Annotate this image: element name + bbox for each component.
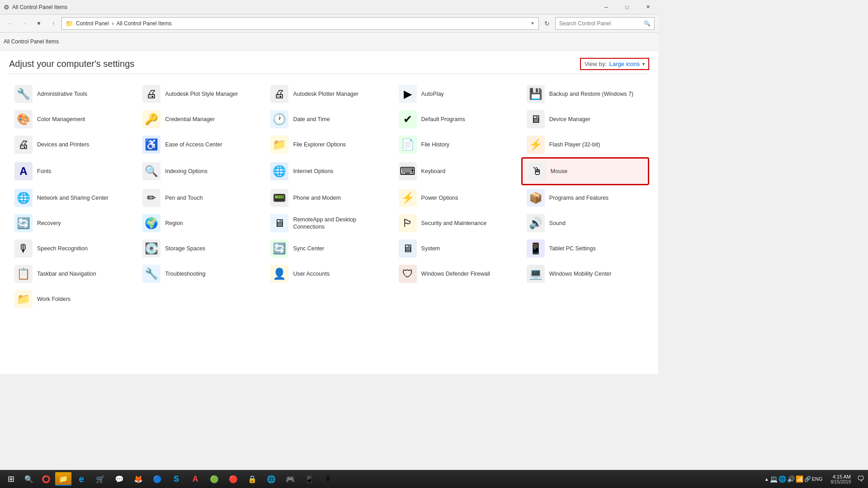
sync-center-label: Sync Center <box>293 245 324 252</box>
pen-touch-icon: ✏ <box>142 189 160 207</box>
control-item-troubleshooting[interactable]: 🔧 Troubleshooting <box>137 261 265 286</box>
view-by-selector[interactable]: View by: Large icons ▾ <box>580 58 649 70</box>
page-heading: Adjust your computer's settings <box>9 59 134 69</box>
color-management-icon: 🎨 <box>14 110 33 128</box>
device-manager-icon: 🖥 <box>527 110 545 128</box>
view-by-arrow-icon: ▾ <box>642 61 645 66</box>
autoplay-label: AutoPlay <box>421 90 444 98</box>
programs-features-label: Programs and Features <box>549 194 609 202</box>
control-item-autodesk-plot-style[interactable]: 🖨 Autodesk Plot Style Manager <box>137 81 265 107</box>
keyboard-icon: ⌨ <box>399 162 417 180</box>
control-item-file-history[interactable]: 📄 File History <box>393 132 521 157</box>
ease-of-access-icon: ♿ <box>142 136 160 154</box>
control-item-flash-player[interactable]: ⚡ Flash Player (32-bit) <box>521 132 649 157</box>
tablet-pc-icon: 📱 <box>527 239 545 258</box>
recent-button[interactable]: ▼ <box>33 17 45 30</box>
control-item-security-maintenance[interactable]: 🏳 Security and Maintenance <box>393 211 521 236</box>
mouse-icon: 🖱 <box>528 162 546 180</box>
control-item-file-explorer-options[interactable]: 📁 File Explorer Options <box>265 132 393 157</box>
control-item-region[interactable]: 🌍 Region <box>137 211 265 236</box>
control-item-pen-touch[interactable]: ✏ Pen and Touch <box>137 185 265 211</box>
refresh-button[interactable]: ↻ <box>541 17 553 30</box>
sound-icon: 🔊 <box>527 214 545 232</box>
control-item-autodesk-plotter[interactable]: 🖨 Autodesk Plotter Manager <box>265 81 393 107</box>
flash-player-icon: ⚡ <box>527 136 545 154</box>
recovery-label: Recovery <box>37 220 61 227</box>
autodesk-plot-style-icon: 🖨 <box>142 85 160 103</box>
credential-manager-label: Credential Manager <box>165 116 215 123</box>
control-item-autoplay[interactable]: ▶ AutoPlay <box>393 81 521 107</box>
control-item-power-options[interactable]: ⚡ Power Options <box>393 185 521 211</box>
minimize-button[interactable]: ─ <box>596 0 617 14</box>
network-sharing-label: Network and Sharing Center <box>37 194 108 202</box>
device-manager-label: Device Manager <box>549 116 590 123</box>
administrative-tools-label: Administrative Tools <box>37 90 87 98</box>
up-button[interactable]: ↑ <box>47 17 60 30</box>
windows-defender-label: Windows Defender Firewall <box>421 270 490 277</box>
remoteapp-icon: 🖥 <box>270 214 288 232</box>
search-input[interactable] <box>559 20 642 27</box>
phone-modem-label: Phone and Modem <box>293 194 341 202</box>
control-item-indexing-options[interactable]: 🔍 Indexing Options <box>137 157 265 185</box>
work-folders-label: Work Folders <box>37 296 71 303</box>
control-item-user-accounts[interactable]: 👤 User Accounts <box>265 261 393 286</box>
control-item-default-programs[interactable]: ✔ Default Programs <box>393 107 521 132</box>
back-button[interactable]: ← <box>4 17 16 30</box>
sync-center-icon: 🔄 <box>270 239 288 258</box>
security-maintenance-icon: 🏳 <box>399 214 417 232</box>
power-options-label: Power Options <box>421 194 458 202</box>
power-options-icon: ⚡ <box>399 189 417 207</box>
control-item-work-folders[interactable]: 📁 Work Folders <box>9 286 137 312</box>
sound-label: Sound <box>549 220 566 227</box>
control-item-backup-restore[interactable]: 💾 Backup and Restore (Windows 7) <box>521 81 649 107</box>
control-item-windows-mobility[interactable]: 💻 Windows Mobility Center <box>521 261 649 286</box>
internet-options-label: Internet Options <box>293 168 333 175</box>
keyboard-label: Keyboard <box>421 168 446 175</box>
control-item-tablet-pc[interactable]: 📱 Tablet PC Settings <box>521 236 649 261</box>
control-item-sound[interactable]: 🔊 Sound <box>521 211 649 236</box>
devices-printers-label: Devices and Printers <box>37 141 89 148</box>
view-by-value: Large icons <box>609 61 640 67</box>
control-item-system[interactable]: 🖥 System <box>393 236 521 261</box>
control-item-storage-spaces[interactable]: 💽 Storage Spaces <box>137 236 265 261</box>
titlebar: ⚙ All Control Panel Items ─ □ ✕ <box>0 0 658 14</box>
control-item-programs-features[interactable]: 📦 Programs and Features <box>521 185 649 211</box>
control-item-keyboard[interactable]: ⌨ Keyboard <box>393 157 521 185</box>
control-item-devices-printers[interactable]: 🖨 Devices and Printers <box>9 132 137 157</box>
control-item-phone-modem[interactable]: 📟 Phone and Modem <box>265 185 393 211</box>
control-item-windows-defender[interactable]: 🛡 Windows Defender Firewall <box>393 261 521 286</box>
system-icon: 🖥 <box>399 239 417 258</box>
control-item-fonts[interactable]: A Fonts <box>9 157 137 185</box>
control-item-device-manager[interactable]: 🖥 Device Manager <box>521 107 649 132</box>
toolbar: All Control Panel Items <box>0 33 658 51</box>
autoplay-icon: ▶ <box>399 85 417 103</box>
date-time-icon: 🕐 <box>270 110 288 128</box>
control-item-sync-center[interactable]: 🔄 Sync Center <box>265 236 393 261</box>
control-item-color-management[interactable]: 🎨 Color Management <box>9 107 137 132</box>
control-item-internet-options[interactable]: 🌐 Internet Options <box>265 157 393 185</box>
file-explorer-options-label: File Explorer Options <box>293 141 346 148</box>
control-item-remoteapp[interactable]: 🖥 RemoteApp and Desktop Connections <box>265 211 393 236</box>
control-item-recovery[interactable]: 🔄 Recovery <box>9 211 137 236</box>
recovery-icon: 🔄 <box>14 214 33 232</box>
close-button[interactable]: ✕ <box>637 0 658 14</box>
control-item-taskbar-navigation[interactable]: 📋 Taskbar and Navigation <box>9 261 137 286</box>
maximize-button[interactable]: □ <box>617 0 637 14</box>
control-item-credential-manager[interactable]: 🔑 Credential Manager <box>137 107 265 132</box>
forward-button[interactable]: → <box>18 17 31 30</box>
programs-features-icon: 📦 <box>527 189 545 207</box>
speech-recognition-icon: 🎙 <box>14 239 33 258</box>
control-item-date-time[interactable]: 🕐 Date and Time <box>265 107 393 132</box>
control-item-speech-recognition[interactable]: 🎙 Speech Recognition <box>9 236 137 261</box>
control-item-administrative-tools[interactable]: 🔧 Administrative Tools <box>9 81 137 107</box>
control-item-network-sharing[interactable]: 🌐 Network and Sharing Center <box>9 185 137 211</box>
control-item-mouse[interactable]: 🖱 Mouse <box>521 157 649 185</box>
address-field[interactable]: 📁 Control Panel › All Control Panel Item… <box>61 17 539 30</box>
search-bar[interactable]: 🔍 <box>555 17 655 30</box>
troubleshooting-label: Troubleshooting <box>165 270 205 277</box>
control-item-ease-of-access[interactable]: ♿ Ease of Access Center <box>137 132 265 157</box>
user-accounts-icon: 👤 <box>270 265 288 283</box>
credential-manager-icon: 🔑 <box>142 110 160 128</box>
address-icon: 📁 <box>66 20 73 27</box>
region-label: Region <box>165 220 183 227</box>
